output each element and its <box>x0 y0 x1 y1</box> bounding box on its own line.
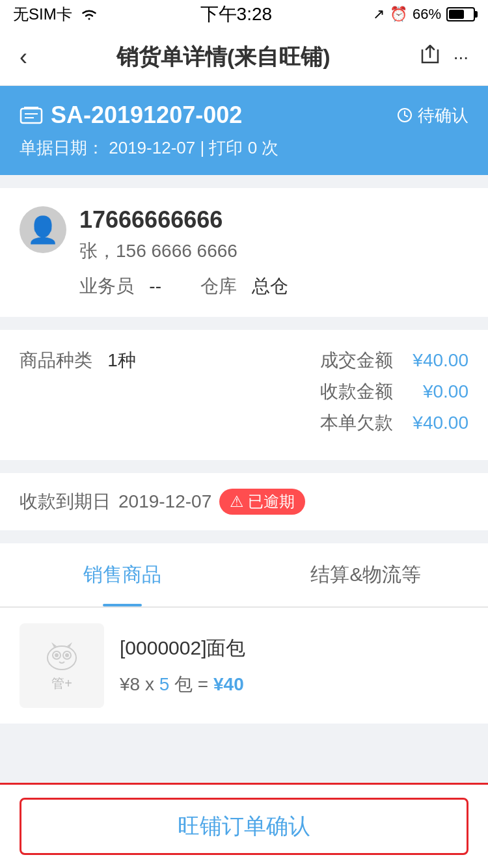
tab-products[interactable]: 销售商品 <box>0 543 244 606</box>
status-time: 下午3:28 <box>200 2 273 27</box>
summary-section: 商品种类 1种 成交金额 ¥40.00 收款金额 ¥0.00 本单欠款 ¥40.… <box>0 330 488 460</box>
location-icon: ↗ <box>373 6 385 23</box>
back-button[interactable]: ‹ <box>20 44 27 71</box>
product-info: [0000002]面包 ¥8 x 5 包 = ¥40 <box>120 635 468 697</box>
salesperson-label: 业务员 <box>79 276 134 296</box>
order-id: SA-20191207-002 <box>20 102 242 129</box>
price-per-unit: ¥8 <box>120 674 140 694</box>
order-header: SA-20191207-002 待确认 单据日期： 2019-12-07 | 打… <box>0 86 488 175</box>
customer-avatar: 👤 <box>20 206 66 253</box>
overdue-badge: ⚠ 已逾期 <box>219 489 305 515</box>
amount-row: 成交金额 ¥40.00 <box>320 348 468 373</box>
svg-point-8 <box>65 653 69 657</box>
product-logo <box>42 640 81 672</box>
battery-percent: 66% <box>413 6 441 23</box>
product-name: [0000002]面包 <box>120 635 468 662</box>
product-section: 管+ [0000002]面包 ¥8 x 5 包 = ¥40 <box>0 608 488 724</box>
kind-value: 1种 <box>107 350 136 370</box>
due-date: 2019-12-07 <box>118 491 211 512</box>
debt-label: 本单欠款 <box>320 411 393 435</box>
status-left: 无SIM卡 <box>13 4 100 25</box>
product-price: ¥8 x 5 包 = ¥40 <box>120 672 468 697</box>
avatar-icon: 👤 <box>27 215 59 245</box>
kind-label: 商品种类 <box>20 350 92 370</box>
order-icon <box>20 106 43 124</box>
alarm-icon: ⏰ <box>390 6 407 23</box>
wifi-icon <box>79 7 100 21</box>
clock-icon <box>397 107 413 123</box>
amount-label: 成交金额 <box>320 348 393 373</box>
due-section: 收款到期日 2019-12-07 ⚠ 已逾期 <box>0 473 488 530</box>
received-row: 收款金额 ¥0.00 <box>320 379 468 404</box>
nav-bar: ‹ 销货单详情(来自旺铺) ··· <box>0 29 488 86</box>
warehouse-value: 总仓 <box>252 276 288 296</box>
overdue-label: 已逾期 <box>248 491 295 512</box>
product-total: ¥40 <box>213 674 244 694</box>
received-label: 收款金额 <box>320 379 393 404</box>
confirm-btn-container: 旺铺订单确认 <box>0 783 488 868</box>
customer-name: 张，156 6666 6666 <box>79 239 468 264</box>
more-button[interactable]: ··· <box>454 47 468 68</box>
summary-left: 商品种类 1种 <box>20 348 136 373</box>
debt-value: ¥40.00 <box>403 413 468 433</box>
customer-phone: 17666666666 <box>79 206 468 234</box>
brand-label: 管+ <box>51 675 72 692</box>
tab-settlement[interactable]: 结算&物流等 <box>244 543 488 606</box>
svg-point-7 <box>55 653 59 657</box>
customer-info: 17666666666 张，156 6666 6666 业务员 -- 仓库 总仓 <box>79 206 468 299</box>
multiply-sign: x <box>145 674 159 694</box>
status-right: ↗ ⏰ 66% <box>373 6 475 23</box>
nav-actions: ··· <box>420 44 468 70</box>
order-status: 待确认 <box>397 104 468 127</box>
order-date: 单据日期： 2019-12-07 | 打印 0 次 <box>20 137 468 159</box>
unit-label: 包 <box>174 674 193 694</box>
due-label: 收款到期日 <box>20 489 111 514</box>
page-title: 销货单详情(来自旺铺) <box>116 42 331 72</box>
equals-sign: = <box>198 674 213 694</box>
amount-value: ¥40.00 <box>403 350 468 371</box>
product-qty: 5 <box>159 674 170 694</box>
customer-meta: 业务员 -- 仓库 总仓 <box>79 274 468 299</box>
received-value: ¥0.00 <box>403 381 468 402</box>
product-item: 管+ [0000002]面包 ¥8 x 5 包 = ¥40 <box>20 623 468 708</box>
customer-section: 👤 17666666666 张，156 6666 6666 业务员 -- 仓库 … <box>0 188 488 317</box>
warehouse-label: 仓库 <box>200 276 237 296</box>
status-bar: 无SIM卡 下午3:28 ↗ ⏰ 66% <box>0 0 488 29</box>
svg-rect-0 <box>21 109 42 123</box>
overdue-icon: ⚠ <box>230 493 244 511</box>
confirm-order-button[interactable]: 旺铺订单确认 <box>20 798 468 855</box>
salesperson-value: -- <box>149 276 161 296</box>
svg-point-4 <box>47 646 76 670</box>
carrier-text: 无SIM卡 <box>13 4 72 25</box>
tabs-container: 销售商品 结算&物流等 <box>0 543 488 608</box>
battery-icon <box>446 7 475 21</box>
summary-right: 成交金额 ¥40.00 收款金额 ¥0.00 本单欠款 ¥40.00 <box>320 348 468 442</box>
share-button[interactable] <box>420 44 441 70</box>
debt-row: 本单欠款 ¥40.00 <box>320 411 468 435</box>
product-thumbnail: 管+ <box>20 623 104 708</box>
